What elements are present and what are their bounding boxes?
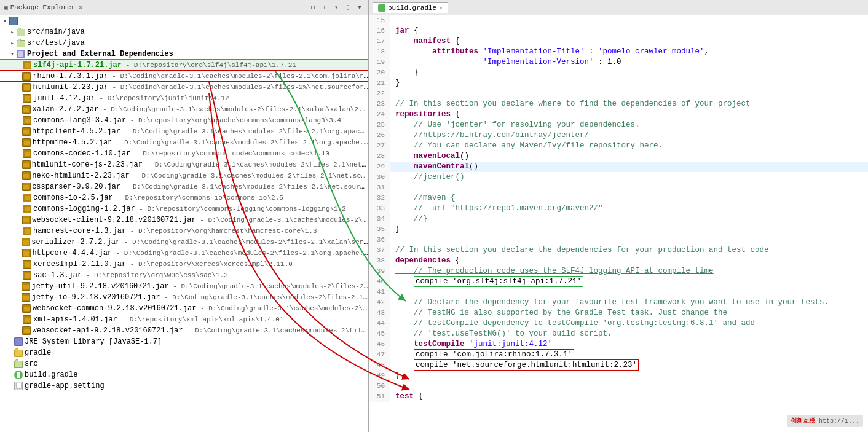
line-content: // Declare the dependency for your favou… — [390, 297, 829, 308]
line-content: } — [390, 78, 400, 88]
line-number: 51 — [369, 391, 390, 402]
line-content: //jcenter() — [390, 172, 465, 183]
tree-item-gradle-dep[interactable]: gradle — [0, 347, 368, 358]
list-item[interactable]: cssparser-0.9.20.jar - D:\Coding\gradle-… — [0, 181, 368, 192]
panel-header-left: ▣ Package Explorer ✕ — [4, 4, 82, 12]
line-content — [390, 15, 395, 26]
src-folder-icon — [14, 359, 23, 369]
line-number: 32 — [369, 193, 390, 203]
view-menu-icon[interactable]: ▼ — [355, 2, 365, 12]
minimize-icon[interactable]: ⊟ — [308, 2, 318, 12]
line-number: 27 — [369, 141, 390, 151]
list-item[interactable]: sac-1.3.jar - D:\repository\org\w3c\css\… — [0, 270, 368, 281]
line-content: jar { — [390, 26, 419, 36]
line-number: 49 — [369, 371, 390, 381]
tree-item-jre[interactable]: JRE System Library [JavaSE-1.7] — [0, 336, 368, 347]
slf4j-label: slf4j-api-1.7.21.jar - D:\repository\org… — [33, 61, 296, 69]
code-line: 40 compile 'org.slf4j:slf4j-api:1.7.21' — [369, 277, 868, 287]
root-arrow[interactable]: ▾ — [1, 18, 9, 25]
list-item[interactable]: commons-io-2.5.jar - D:\repository\commo… — [0, 192, 368, 203]
src-main-icon — [16, 27, 26, 37]
tree-item-src-main[interactable]: ▸ src/main/java — [0, 26, 368, 37]
maximize-icon[interactable]: ⊞ — [320, 2, 329, 12]
line-content: // In this section you declare where to … — [390, 99, 751, 109]
list-item[interactable]: httpclient-4.5.2.jar - D:\Coding\gradle-… — [0, 126, 368, 137]
rhino-jar-icon — [22, 71, 31, 81]
tree-item-slf4j[interactable]: slf4j-api-1.7.21.jar - D:\repository\org… — [0, 60, 368, 71]
list-item[interactable]: httpmime-4.5.2.jar - D:\Coding\gradle-3.… — [0, 137, 368, 148]
code-line: 25 // Use 'jcenter' for resolving your d… — [369, 120, 868, 130]
src-test-arrow[interactable]: ▸ — [9, 40, 16, 47]
list-item[interactable]: jetty-util-9.2.18.v20160721.jar - D:\Cod… — [0, 281, 368, 292]
list-item[interactable]: websocket-common-9.2.18.v20160721.jar - … — [0, 303, 368, 314]
line-number: 43 — [369, 308, 390, 318]
list-item[interactable]: commons-codec-1.10.jar - D:\repository\c… — [0, 148, 368, 159]
line-content: repositories { — [390, 109, 460, 120]
line-content: 'Impelmentation-Version' : 1.0 — [390, 57, 621, 68]
code-line: 27 // You can declare any Maven/Ivy/file… — [369, 141, 868, 151]
list-item[interactable]: httpcore-4.4.4.jar - D:\Coding\gradle-3.… — [0, 248, 368, 259]
line-content — [390, 381, 395, 391]
package-explorer-panel: ▣ Package Explorer ✕ ⊟ ⊞ ▾ ⋮ ▼ ▾ — [0, 0, 369, 432]
tree-item-build-gradle[interactable]: build.gradle — [0, 369, 368, 380]
code-line: 15 — [369, 15, 868, 26]
list-item[interactable]: websocket-client-9.2.18.v20160721.jar - … — [0, 214, 368, 226]
code-line: 45 // 'test.useTestNG()' to your build s… — [369, 329, 868, 339]
menu-icon[interactable]: ⋮ — [343, 2, 353, 12]
dropdown-icon[interactable]: ▾ — [331, 2, 341, 12]
line-number: 42 — [369, 297, 390, 308]
list-item[interactable]: htmlunit-core-js-2.23.jar - D:\Coding\gr… — [0, 159, 368, 170]
list-item[interactable]: serializer-2.7.2.jar - D:\Coding\gradle-… — [0, 237, 368, 248]
list-item[interactable]: junit-4.12.jar - D:\repository\junit\jun… — [0, 93, 368, 104]
list-item[interactable]: xercesImpl-2.11.0.jar - D:\repository\xe… — [0, 259, 368, 270]
gradle-dep-label: gradle — [25, 348, 51, 357]
src-folder-label: src — [25, 359, 38, 368]
watermark: 创新互联 http://i... — [787, 415, 863, 427]
project-icon: ▣ — [4, 4, 8, 12]
gradle-app-label: gradle-app.setting — [25, 382, 105, 390]
line-number: 18 — [369, 47, 390, 57]
line-number: 30 — [369, 172, 390, 183]
line-number: 17 — [369, 36, 390, 47]
src-main-arrow[interactable]: ▸ — [9, 29, 16, 36]
gradle-app-icon — [14, 381, 23, 391]
list-item[interactable]: xml-apis-1.4.01.jar - D:\repository\xml-… — [0, 314, 368, 325]
list-item[interactable]: hamcrest-core-1.3.jar - D:\repository\or… — [0, 226, 368, 237]
code-line: 24repositories { — [369, 109, 868, 120]
list-item[interactable]: neko-htmlunit-2.23.jar - D:\Coding\gradl… — [0, 170, 368, 181]
editor-tab-build-gradle[interactable]: build.gradle ✕ — [373, 2, 448, 13]
line-number: 34 — [369, 214, 390, 224]
tab-close-icon[interactable]: ✕ — [439, 4, 443, 12]
list-item[interactable]: jetty-io-9.2.18.v20160721.jar - D:\Codin… — [0, 292, 368, 303]
watermark-url: http://i... — [819, 418, 859, 425]
line-number: 33 — [369, 203, 390, 214]
tree-item-gradle-app[interactable]: gradle-app.setting — [0, 380, 368, 391]
tree-item-src-folder[interactable]: src — [0, 358, 368, 369]
code-line: 28 mavenLocal() — [369, 151, 868, 162]
line-number: 20 — [369, 68, 390, 78]
ext-deps-arrow[interactable]: ▾ — [9, 51, 16, 58]
line-content — [390, 235, 395, 245]
gradle-tab-icon — [378, 4, 385, 12]
tree-item-rhino[interactable]: rhino-1.7.3.1.jar - D:\Coding\gradle-3.1… — [0, 71, 368, 82]
line-number: 29 — [369, 162, 390, 172]
tree-item-src-test[interactable]: ▸ src/test/java — [0, 37, 368, 49]
code-line: 30 //jcenter() — [369, 172, 868, 183]
package-tree: ▾ ▸ src/main/java — [0, 15, 368, 432]
line-content: mavenCentral() — [390, 162, 478, 172]
list-item[interactable]: commons-lang3-3.4.jar - D:\repository\or… — [0, 115, 368, 126]
line-content — [390, 287, 395, 297]
tree-root[interactable]: ▾ — [0, 15, 368, 26]
list-item[interactable]: commons-logging-1.2.jar - D:\repository\… — [0, 203, 368, 214]
tree-item-htmlunit[interactable]: htmlunit-2.23.jar - D:\Coding\gradle-3.1… — [0, 82, 368, 93]
line-number: 35 — [369, 224, 390, 235]
ext-deps-icon — [16, 49, 26, 59]
close-panel-icon[interactable]: ✕ — [79, 4, 82, 11]
line-number: 31 — [369, 183, 390, 193]
line-number: 26 — [369, 130, 390, 141]
list-item[interactable]: xalan-2.7.2.jar - D:\Coding\gradle-3.1\c… — [0, 104, 368, 115]
list-item[interactable]: websocket-api-9.2.18.v20160721.jar - D:\… — [0, 325, 368, 336]
line-content: //maven { — [390, 193, 456, 203]
tree-item-ext-deps[interactable]: ▾ Project and External Dependencies — [0, 49, 368, 60]
code-editor-area[interactable]: 1516jar {17 manifest {18 attributes 'Imp… — [369, 15, 868, 432]
